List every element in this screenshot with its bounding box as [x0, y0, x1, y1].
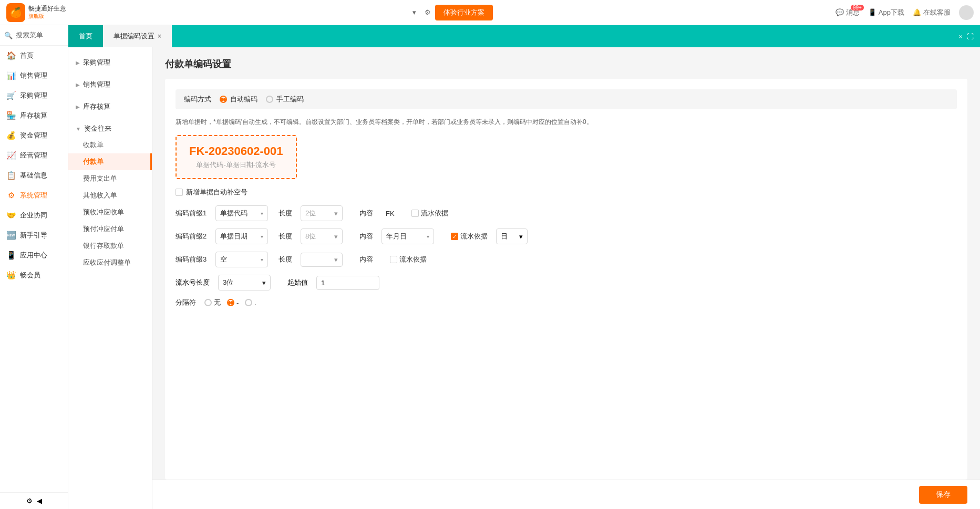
gear-icon: ⚙: [425, 8, 431, 16]
prefix3-length-select[interactable]: ▾: [301, 253, 343, 267]
sep-none-radio[interactable]: 无: [204, 298, 221, 307]
separator-label: 分隔符: [176, 298, 196, 307]
tab-expand-icon[interactable]: ⛶: [967, 33, 974, 40]
sidebar-item-sales[interactable]: 📊 销售管理: [0, 66, 68, 86]
message-badge: 99+: [851, 5, 864, 11]
auto-code-radio-circle: [220, 96, 227, 103]
serial-length-arrow-icon: ▾: [262, 279, 266, 287]
prefix3-content-label: 内容: [359, 255, 373, 264]
tab-bar-right: × ⛶: [958, 25, 980, 47]
prefix1-label: 编码前缀1: [176, 209, 207, 218]
prefix2-day-arrow-icon: ▾: [519, 233, 523, 241]
sub-menu-item-bank[interactable]: 银行存取款单: [68, 237, 152, 254]
serial-length-value: 3位: [223, 278, 233, 287]
prefix1-length-arrow-icon: ▾: [334, 210, 338, 217]
sub-menu-header-sales[interactable]: ▶ 销售管理: [68, 77, 152, 92]
sub-menu-item-payment[interactable]: 付款单: [68, 153, 152, 170]
online-service-btn[interactable]: 🔔 在线客服: [913, 8, 951, 17]
chevron-right-icon-3: ▶: [76, 104, 80, 110]
sidebar-item-enterprise[interactable]: 🤝 企业协同: [0, 205, 68, 225]
sub-menu-item-adjust[interactable]: 应收应付调整单: [68, 254, 152, 271]
sidebar-item-finance[interactable]: 💰 资金管理: [0, 126, 68, 146]
prefix3-stream-cb: [390, 256, 397, 263]
chevron-right-icon-2: ▶: [76, 82, 80, 88]
system-icon: ⚙: [6, 191, 16, 200]
sidebar-label-home: 首页: [20, 51, 34, 60]
tab-close-all-icon[interactable]: ×: [958, 33, 963, 40]
prefix3-select[interactable]: 空 ▾: [215, 252, 268, 267]
prefix3-stream-checkbox[interactable]: 流水依据: [390, 255, 427, 264]
prefix2-length-select[interactable]: 8位 ▾: [301, 228, 343, 244]
sidebar-settings-icon[interactable]: ⚙: [26, 497, 33, 505]
prefix1-length-select[interactable]: 2位 ▾: [301, 205, 343, 221]
sub-menu-item-income[interactable]: 其他收入单: [68, 187, 152, 204]
prefix2-stream-cb: ✓: [451, 233, 458, 240]
sub-menu-header-capital[interactable]: ▼ 资金往来: [68, 121, 152, 137]
serial-start-input[interactable]: [316, 276, 379, 290]
sidebar-label-vip: 畅会员: [20, 271, 40, 280]
auto-fill-checkbox[interactable]: [176, 189, 183, 196]
serial-length-select[interactable]: 3位 ▾: [218, 275, 271, 290]
sidebar-item-system[interactable]: ⚙ 系统管理: [0, 185, 68, 205]
logo-icon: 🍊: [6, 3, 25, 22]
sidebar-item-operations[interactable]: 📈 经营管理: [0, 146, 68, 165]
message-btn[interactable]: 💬 消息 99+: [835, 8, 860, 17]
sep-dot-circle: [245, 299, 252, 306]
apps-icon: 📱: [6, 251, 16, 260]
sub-menu-label-stock: 库存核算: [83, 102, 110, 111]
separator-options: 无 - .: [204, 298, 256, 307]
sep-dot-radio[interactable]: .: [245, 299, 256, 307]
tab-close-icon[interactable]: ×: [158, 33, 161, 40]
prefix2-day-select[interactable]: 日 ▾: [496, 228, 528, 244]
prefix2-length-value: 8位: [305, 232, 316, 241]
sidebar-item-home[interactable]: 🏠 首页: [0, 46, 68, 66]
prefix3-length-arrow-icon: ▾: [334, 256, 338, 264]
search-menu-btn[interactable]: 🔍 搜索菜单: [0, 25, 68, 46]
prefix2-content-select[interactable]: 年月日 ▾: [381, 228, 434, 244]
sub-menu-item-receipt[interactable]: 收款单: [68, 137, 152, 153]
tab-serial-config[interactable]: 单据编码设置 ×: [103, 25, 172, 47]
sub-menu-label-purchase: 采购管理: [83, 58, 110, 67]
sub-menu-group-purchase: ▶ 采购管理: [68, 51, 152, 74]
user-avatar[interactable]: [959, 5, 974, 20]
save-button[interactable]: 保存: [919, 486, 967, 504]
sidebar-collapse-icon[interactable]: ◀: [37, 497, 42, 505]
sub-menu-item-advance-receipt[interactable]: 预收冲应收单: [68, 204, 152, 221]
page-title: 付款单编码设置: [165, 58, 967, 70]
basic-icon: 📋: [6, 171, 16, 180]
prefix1-stream-checkbox[interactable]: 流水依据: [411, 209, 448, 218]
prefix2-stream-checkbox[interactable]: ✓ 流水依据: [451, 232, 488, 241]
settings-btn[interactable]: ⚙: [425, 8, 431, 16]
tab-home[interactable]: 首页: [68, 25, 103, 47]
sub-menu-header-purchase[interactable]: ▶ 采购管理: [68, 55, 152, 70]
trial-button[interactable]: 体验行业方案: [435, 5, 493, 20]
prefix1-select[interactable]: 单据代码 ▾: [215, 205, 268, 221]
sub-menu-item-advance-payment[interactable]: 预付冲应付单: [68, 221, 152, 237]
dropdown-btn[interactable]: ▾: [408, 6, 420, 18]
prefix2-select[interactable]: 单据日期 ▾: [215, 228, 268, 244]
sub-menu-item-expense[interactable]: 费用支出单: [68, 170, 152, 187]
sub-sidebar: ▶ 采购管理 ▶ 销售管理 ▶ 库存核算: [68, 47, 152, 509]
manual-code-radio[interactable]: 手工编码: [266, 95, 304, 104]
prefix2-row: 编码前缀2 单据日期 ▾ 长度 8位 ▾ 内容 年月日: [176, 228, 957, 244]
sidebar-bottom: ⚙ ◀: [0, 492, 68, 509]
auto-code-label: 自动编码: [230, 95, 257, 104]
chevron-right-icon: ▶: [76, 60, 80, 66]
sidebar-item-newguide[interactable]: 🆕 新手引导: [0, 225, 68, 245]
sidebar-item-purchase[interactable]: 🛒 采购管理: [0, 86, 68, 106]
sidebar-item-vip[interactable]: 👑 畅会员: [0, 265, 68, 285]
preview-code: FK-20230602-001: [189, 144, 283, 158]
manual-code-label: 手工编码: [276, 95, 304, 104]
sidebar-label-enterprise: 企业协同: [20, 211, 47, 220]
auto-code-radio[interactable]: 自动编码: [220, 95, 257, 104]
sidebar-item-inventory[interactable]: 🏪 库存核算: [0, 106, 68, 126]
sep-dash-radio[interactable]: -: [227, 299, 239, 307]
sub-menu-header-stock[interactable]: ▶ 库存核算: [68, 99, 152, 115]
prefix3-label: 编码前缀3: [176, 255, 207, 264]
sidebar-item-apps[interactable]: 📱 应用中心: [0, 245, 68, 265]
finance-icon: 💰: [6, 131, 16, 140]
prefix2-value: 单据日期: [220, 232, 247, 241]
sidebar-item-basic[interactable]: 📋 基础信息: [0, 165, 68, 185]
app-download-btn[interactable]: 📱 App下载: [868, 8, 904, 17]
prefix1-stream-label: 流水依据: [421, 209, 448, 218]
